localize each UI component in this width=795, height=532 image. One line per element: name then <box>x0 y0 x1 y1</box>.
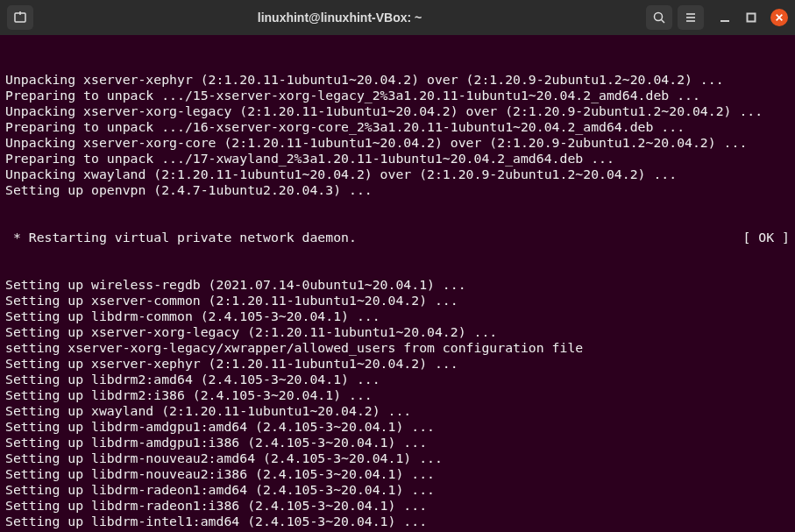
terminal-output[interactable]: Unpacking xserver-xephyr (2:1.20.11-1ubu… <box>0 35 795 532</box>
terminal-line: Unpacking xserver-xorg-legacy (2:1.20.11… <box>5 103 790 119</box>
terminal-line: Setting up openvpn (2.4.7-1ubuntu2.20.04… <box>5 182 790 198</box>
terminal-line: Setting up libdrm2:i386 (2.4.105-3~20.04… <box>5 387 790 403</box>
terminal-line: Setting up xwayland (2:1.20.11-1ubuntu1~… <box>5 403 790 419</box>
terminal-line: Setting up libdrm-nouveau2:i386 (2.4.105… <box>5 466 790 482</box>
window-controls <box>709 9 788 26</box>
terminal-line: Setting up xserver-xephyr (2:1.20.11-1ub… <box>5 356 790 372</box>
terminal-line: Unpacking xwayland (2:1.20.11-1ubuntu1~2… <box>5 167 790 182</box>
terminal-line: Setting up libdrm-nouveau2:amd64 (2.4.10… <box>5 450 790 466</box>
terminal-line: Setting up libdrm2:amd64 (2.4.105-3~20.0… <box>5 372 790 387</box>
svg-point-2 <box>655 13 663 21</box>
terminal-line: Setting up libdrm-radeon1:i386 (2.4.105-… <box>5 498 790 514</box>
terminal-line: Preparing to unpack .../16-xserver-xorg-… <box>5 119 790 135</box>
terminal-line: Preparing to unpack .../15-xserver-xorg-… <box>5 88 790 103</box>
terminal-line: Setting up libdrm-intel1:amd64 (2.4.105-… <box>5 514 790 529</box>
menu-button[interactable] <box>678 5 704 30</box>
terminal-line: Setting up libdrm-amdgpu1:i386 (2.4.105-… <box>5 435 790 450</box>
terminal-line: Setting up libdrm-amdgpu1:amd64 (2.4.105… <box>5 419 790 435</box>
svg-rect-8 <box>748 14 756 22</box>
terminal-line: Unpacking xserver-xorg-core (2:1.20.11-1… <box>5 135 790 151</box>
minimize-button[interactable] <box>718 11 732 25</box>
terminal-line: Preparing to unpack .../17-xwayland_2%3a… <box>5 151 790 167</box>
terminal-line: Setting up xserver-xorg-legacy (2:1.20.1… <box>5 324 790 340</box>
titlebar: linuxhint@linuxhint-VBox: ~ <box>0 0 795 35</box>
titlebar-left-controls <box>7 5 33 30</box>
terminal-line: Setting up wireless-regdb (2021.07.14-0u… <box>5 277 790 293</box>
restart-text: * Restarting virtual private network dae… <box>5 230 357 245</box>
terminal-line: Setting up xserver-common (2:1.20.11-1ub… <box>5 293 790 309</box>
maximize-button[interactable] <box>744 11 758 25</box>
close-button[interactable] <box>770 9 788 26</box>
svg-line-3 <box>662 20 665 24</box>
ok-badge: [ OK ] <box>743 230 790 245</box>
titlebar-right-controls <box>646 5 788 30</box>
terminal-line: Setting up libdrm-radeon1:amd64 (2.4.105… <box>5 482 790 498</box>
search-button[interactable] <box>646 5 672 30</box>
terminal-line: setting xserver-xorg-legacy/xwrapper/all… <box>5 340 790 356</box>
new-tab-button[interactable] <box>7 5 33 30</box>
restart-status-line: * Restarting virtual private network dae… <box>5 230 790 245</box>
window-title: linuxhint@linuxhint-VBox: ~ <box>39 11 641 25</box>
terminal-line: Unpacking xserver-xephyr (2:1.20.11-1ubu… <box>5 72 790 88</box>
terminal-line: Setting up libdrm-common (2.4.105-3~20.0… <box>5 309 790 324</box>
